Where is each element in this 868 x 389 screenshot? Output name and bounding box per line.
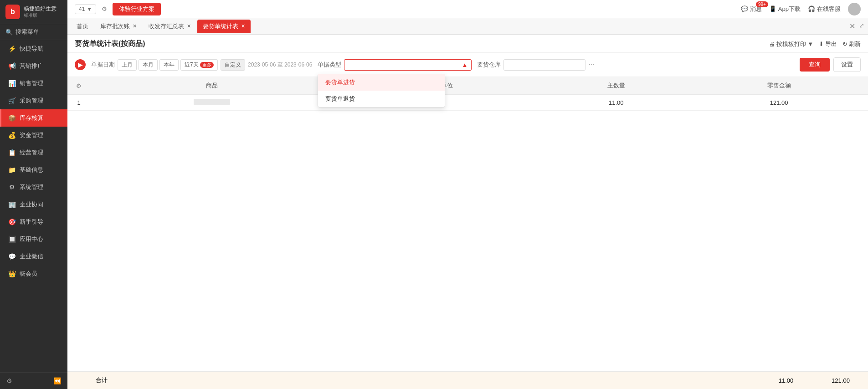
date-btn-last-7-days[interactable]: 近7天 更多 [180, 59, 218, 71]
settings-gear-icon[interactable]: ⚙ [102, 5, 107, 12]
basic-icon: 📁 [8, 166, 16, 174]
app-download-label: App下载 [778, 5, 801, 13]
table-area: ⚙ 商品 主计量单位 主数量 零售金额 [67, 77, 868, 371]
date-custom-btn[interactable]: 自定义 [221, 59, 245, 71]
user-avatar-btn[interactable] [848, 3, 861, 15]
export-btn[interactable]: ⬇ 导出 [819, 40, 837, 48]
type-dropdown: 要货单进货 要货单退货 [318, 74, 445, 107]
date-btn-this-year[interactable]: 本年 [159, 59, 179, 71]
date-btn-this-month[interactable]: 本月 [139, 59, 158, 71]
sidebar-item-vip[interactable]: 👑 畅会员 [0, 265, 67, 282]
tab-receipt-summary[interactable]: 收发存汇总表 ✕ [143, 20, 196, 33]
newuser-icon: 🎯 [8, 218, 16, 225]
tab-order-stats[interactable]: 要货单统计表 ✕ [197, 20, 251, 33]
search-menu[interactable]: 🔍 搜索菜单 [0, 24, 67, 40]
date-filter-label: 单据日期 [91, 61, 115, 69]
sidebar-item-purchase[interactable]: 🛒 采购管理 [0, 92, 67, 109]
filter-type-group: 单据类型 ▲ 要货单进货 要货单退货 [318, 59, 472, 71]
sidebar-item-enterprise[interactable]: 🏢 企业协同 [0, 196, 67, 213]
header-right: 💬 消息 99+ 📱 App下载 🎧 在线客服 [741, 3, 861, 15]
col-quantity: 主数量 [542, 77, 690, 95]
tab-home-label: 首页 [77, 22, 88, 31]
tab-bar: 首页 库存批次账 ✕ 收发存汇总表 ✕ 要货单统计表 ✕ ✕ ⤢ [67, 18, 868, 35]
data-table: ⚙ 商品 主计量单位 主数量 零售金额 [67, 77, 868, 111]
sidebar-menu: ⚡ 快捷导航 📢 营销推广 📊 销售管理 🛒 采购管理 📦 库存核算 💰 资金管… [0, 40, 67, 372]
sidebar-item-label: 快捷导航 [20, 45, 43, 53]
tab-close-icon[interactable]: ✕ [187, 23, 191, 29]
sidebar-item-shortcut[interactable]: ⚡ 快捷导航 [0, 40, 67, 57]
system-icon: ⚙ [8, 184, 16, 191]
settings-btn[interactable]: 设置 [833, 57, 861, 72]
messages-btn[interactable]: 💬 消息 99+ [741, 5, 762, 13]
tab-close-icon[interactable]: ✕ [133, 23, 137, 29]
filter-expand-btn[interactable]: ▶ [75, 59, 86, 70]
sidebar-item-apps[interactable]: 🔲 应用中心 [0, 230, 67, 248]
type-filter-label: 单据类型 [318, 61, 341, 69]
dropdown-option-order[interactable]: 要货单进货 [318, 74, 445, 91]
chevron-down-icon: ▼ [807, 41, 813, 47]
filter-date-group: 单据日期 上月 本月 本年 近7天 更多 自定义 2023-05-06 至 20… [91, 59, 312, 71]
close-all-tabs-icon[interactable]: ✕ [849, 22, 855, 31]
refresh-btn[interactable]: ↻ 刷新 [842, 40, 861, 48]
apps-icon: 🔲 [8, 235, 16, 243]
page-header: 要货单统计表(按商品) 🖨 按模板打印 ▼ ⬇ 导出 ↻ 刷新 [67, 35, 868, 53]
table-row: 1 块 11.00 121.00 [67, 95, 868, 111]
online-service-btn[interactable]: 🎧 在线客服 [808, 5, 841, 13]
date-btn-last-month[interactable]: 上月 [118, 59, 137, 71]
sidebar-item-label: 新手引导 [20, 218, 43, 226]
sidebar-item-wechat[interactable]: 💬 企业微信 [0, 248, 67, 265]
sidebar-item-system[interactable]: ⚙ 系统管理 [0, 179, 67, 196]
row-amount: 121.00 [690, 95, 868, 111]
sidebar: b 畅捷通好生意 标准版 🔍 搜索菜单 ⚡ 快捷导航 📢 营销推广 📊 销售管理… [0, 0, 67, 389]
sidebar-item-label: 企业协同 [20, 200, 43, 209]
sidebar-item-label: 库存核算 [20, 114, 43, 122]
sidebar-item-label: 销售管理 [20, 79, 43, 87]
marketing-icon: 📢 [8, 62, 16, 70]
sidebar-item-marketing[interactable]: 📢 营销推广 [0, 57, 67, 75]
col-settings[interactable]: ⚙ [67, 77, 90, 95]
warehouse-filter-input[interactable] [503, 59, 586, 71]
expand-tabs-icon[interactable]: ⤢ [859, 22, 864, 31]
enterprise-icon: 🏢 [8, 201, 16, 208]
print-icon: 🖨 [769, 41, 775, 47]
phone-icon: 📱 [769, 5, 776, 12]
column-settings-icon[interactable]: ⚙ [76, 82, 82, 89]
warehouse-more-btn[interactable]: ··· [588, 61, 594, 69]
sidebar-item-finance[interactable]: 💰 资金管理 [0, 127, 67, 144]
sidebar-item-operation[interactable]: 📋 经营管理 [0, 144, 67, 161]
dropdown-option-return[interactable]: 要货单退货 [318, 91, 445, 107]
tab-label: 要货单统计表 [203, 22, 238, 31]
user-avatar [848, 3, 861, 15]
print-btn[interactable]: 🖨 按模板打印 ▼ [769, 40, 813, 48]
message-icon: 💬 [741, 5, 748, 12]
inventory-icon: 📦 [8, 114, 16, 122]
tab-inventory-batch[interactable]: 库存批次账 ✕ [95, 20, 142, 33]
sidebar-item-newuser[interactable]: 🎯 新手引导 [0, 213, 67, 230]
trial-btn[interactable]: 体验行业方案 [113, 3, 161, 15]
sidebar-bottom: ⚙ ⏪ [0, 372, 67, 389]
sidebar-item-inventory[interactable]: 📦 库存核算 [0, 109, 67, 127]
sales-icon: 📊 [8, 80, 16, 87]
tab-bar-actions: ✕ ⤢ [849, 22, 864, 31]
settings-icon[interactable]: ⚙ [6, 377, 12, 384]
sidebar-item-sales[interactable]: 📊 销售管理 [0, 75, 67, 92]
date-range-display: 2023-05-06 至 2023-06-06 [248, 61, 312, 69]
search-icon: 🔍 [5, 29, 13, 36]
messages-badge: 99+ [756, 1, 768, 7]
footer-quantity: 11.00 [759, 377, 813, 384]
search-menu-label: 搜索菜单 [15, 28, 39, 36]
tab-home[interactable]: 首页 [71, 20, 94, 33]
row-index: 1 [67, 95, 90, 111]
tab-close-active-icon[interactable]: ✕ [241, 23, 245, 29]
collapse-icon[interactable]: ⏪ [53, 377, 61, 384]
footer-label: 合计 [90, 376, 713, 384]
more-badge: 更多 [200, 62, 214, 68]
tabs-count-selector[interactable]: 41 ▼ [75, 4, 96, 14]
type-filter-input[interactable]: ▲ [344, 59, 472, 71]
chevron-down-icon: ▼ [87, 6, 92, 12]
sidebar-item-label: 系统管理 [20, 183, 43, 191]
sidebar-item-basic[interactable]: 📁 基础信息 [0, 161, 67, 179]
operation-icon: 📋 [8, 149, 16, 156]
app-download-btn[interactable]: 📱 App下载 [769, 5, 801, 13]
query-btn[interactable]: 查询 [800, 58, 830, 72]
